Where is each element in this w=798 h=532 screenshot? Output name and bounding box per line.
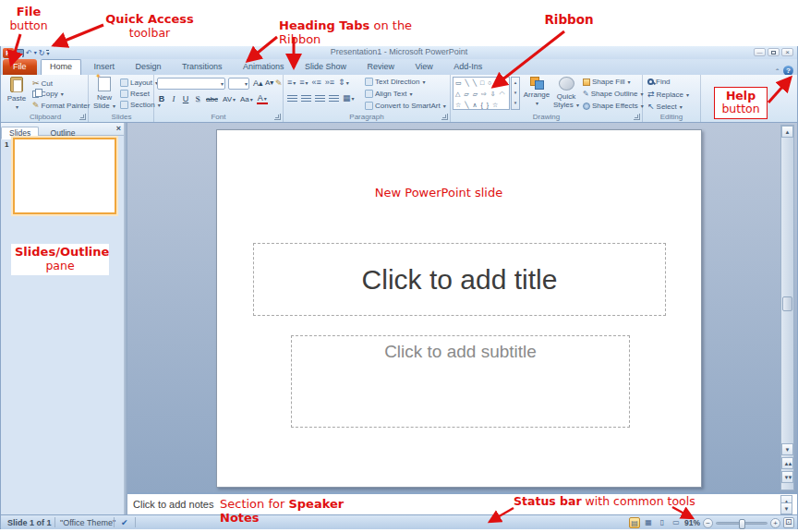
reading-view-icon[interactable]: ▯ <box>657 517 668 528</box>
align-center-icon[interactable] <box>301 95 311 103</box>
convert-smartart-button[interactable]: Convert to SmartArt <box>365 102 446 110</box>
line-spacing-icon[interactable]: ⇕ <box>338 79 349 87</box>
spell-check-icon[interactable] <box>121 517 128 528</box>
tab-add-ins[interactable]: Add-Ins <box>445 59 490 75</box>
justify-icon[interactable] <box>329 95 339 103</box>
character-spacing-button[interactable]: AV <box>222 95 236 103</box>
tab-animations[interactable]: Animations <box>235 59 293 75</box>
clipboard-dialog-launcher-icon[interactable] <box>79 114 86 120</box>
zoom-level[interactable]: 91% <box>684 518 700 527</box>
pane-close-icon[interactable]: × <box>116 124 121 133</box>
columns-icon[interactable]: ▦ <box>343 94 355 103</box>
bold-button[interactable]: B <box>157 94 166 103</box>
align-text-button[interactable]: Align Text <box>365 90 413 98</box>
zoom-slider-thumb[interactable] <box>739 519 745 529</box>
shape-outline-button[interactable]: Shape Outline <box>583 90 643 98</box>
layout-button[interactable]: Layout <box>120 79 158 87</box>
scroll-down-icon[interactable]: ▼ <box>781 443 793 455</box>
align-left-icon[interactable] <box>287 95 297 103</box>
scroll-up-icon[interactable]: ▲ <box>781 126 793 138</box>
arrange-button[interactable]: Arrange <box>523 77 550 107</box>
shapes-gallery[interactable]: ▭ ╲ ╲ □ ○ ▭△ ▱ ▱ ⇨ ⇩ ◠☆ ╲ ∧ { } ☆ <box>453 77 510 110</box>
clear-formatting-button[interactable] <box>275 79 283 88</box>
font-name-combo[interactable] <box>157 78 225 90</box>
zoom-in-icon[interactable]: + <box>770 518 780 528</box>
format-painter-icon <box>32 101 40 110</box>
zoom-slider[interactable] <box>716 522 768 525</box>
reset-button[interactable]: Reset <box>120 90 150 98</box>
normal-view-icon[interactable]: ▤ <box>629 517 640 528</box>
text-shadow-button[interactable]: S <box>193 94 202 103</box>
zoom-out-icon[interactable]: − <box>703 518 713 528</box>
numbering-icon[interactable]: ≡ <box>299 79 308 87</box>
font-dialog-launcher-icon[interactable] <box>274 114 281 120</box>
notes-placeholder[interactable]: Click to add notes <box>133 499 213 510</box>
tab-file[interactable]: File <box>3 59 37 75</box>
tab-design[interactable]: Design <box>127 59 169 75</box>
change-case-button[interactable]: Aa <box>239 95 254 103</box>
paragraph-dialog-launcher-icon[interactable] <box>441 114 448 120</box>
title-placeholder[interactable]: Click to add title <box>253 243 666 316</box>
align-right-icon[interactable] <box>315 95 325 103</box>
notes-scrollbar[interactable]: ▲ ▼ <box>780 495 794 514</box>
minimize-icon[interactable]: — <box>754 48 766 56</box>
fit-to-window-icon[interactable] <box>783 517 794 528</box>
quick-styles-button[interactable]: Quick Styles <box>552 77 580 109</box>
drawing-dialog-launcher-icon[interactable] <box>634 114 640 120</box>
shapes-gallery-scrollbar[interactable]: ▴▾▾ <box>511 77 520 110</box>
tab-review[interactable]: Review <box>358 59 403 75</box>
shape-fill-button[interactable]: Shape Fill <box>583 78 631 86</box>
pane-tab-bar: Slides Outline × <box>1 123 124 136</box>
tab-home[interactable]: Home <box>41 59 81 75</box>
slide-show-view-icon[interactable]: ▭ <box>671 517 682 528</box>
help-icon[interactable]: ? <box>783 66 793 76</box>
slide-thumbnail[interactable] <box>13 138 116 214</box>
select-button[interactable]: Select <box>647 102 683 111</box>
underline-button[interactable]: U <box>181 94 190 103</box>
previous-slide-icon[interactable]: ▲▲ <box>781 457 793 469</box>
strikethrough-button[interactable]: abc <box>205 95 219 103</box>
notes-scroll-down-icon[interactable]: ▼ <box>780 502 792 514</box>
find-button[interactable]: Find <box>647 78 671 86</box>
subtitle-placeholder[interactable]: Click to add subtitle <box>291 335 630 428</box>
cut-icon <box>32 79 40 88</box>
annotation-status-bold: Status bar <box>514 494 582 508</box>
decrease-indent-icon[interactable]: «≡ <box>312 79 321 87</box>
shape-effects-icon <box>583 103 590 110</box>
slide-canvas[interactable]: Click to add title Click to add subtitle <box>216 129 702 488</box>
find-icon <box>647 79 654 85</box>
vertical-scrollbar[interactable]: ▲ ▼ ▲▲ ▼▼ <box>780 125 794 490</box>
shape-fill-icon <box>583 79 590 86</box>
status-bar: Slide 1 of 1 "Office Theme" ▤ ▦ ▯ ▭ 91% … <box>1 514 797 529</box>
italic-button[interactable]: I <box>169 94 178 103</box>
font-color-button[interactable]: A <box>257 93 268 104</box>
grow-font-button[interactable]: A▴ <box>252 79 264 88</box>
scrollbar-thumb[interactable] <box>782 296 792 311</box>
tab-view[interactable]: View <box>406 59 441 75</box>
restore-icon[interactable] <box>768 48 780 56</box>
shape-effects-button[interactable]: Shape Effects <box>583 102 644 110</box>
format-painter-label: Format Painter <box>42 102 91 110</box>
shrink-font-button[interactable]: A▾ <box>264 79 274 87</box>
paste-button[interactable]: Paste <box>5 77 29 111</box>
copy-button[interactable]: Copy <box>32 90 64 98</box>
status-theme[interactable]: "Office Theme" <box>60 517 115 528</box>
tab-insert[interactable]: Insert <box>85 59 123 75</box>
new-slide-button[interactable]: New Slide <box>91 77 117 110</box>
status-separator <box>114 517 115 527</box>
paragraph-row-1: ≡ ≡ «≡ »≡ ⇕ <box>287 79 349 87</box>
tab-slide-show[interactable]: Slide Show <box>296 59 355 75</box>
bullets-icon[interactable]: ≡ <box>287 79 296 87</box>
text-direction-button[interactable]: Text Direction <box>365 78 425 86</box>
shape-effects-label: Shape Effects <box>592 102 638 110</box>
annotation-qat-line1: Quick Access <box>105 12 193 26</box>
slide-sorter-view-icon[interactable]: ▦ <box>643 517 654 528</box>
replace-button[interactable]: Replace <box>647 90 689 99</box>
font-size-combo[interactable] <box>228 78 249 90</box>
increase-indent-icon[interactable]: »≡ <box>325 79 334 87</box>
format-painter-button[interactable]: Format Painter <box>32 101 90 110</box>
next-slide-icon[interactable]: ▼▼ <box>781 471 793 483</box>
cut-button[interactable]: Cut <box>32 79 53 88</box>
close-icon[interactable]: × <box>781 48 793 56</box>
tab-transitions[interactable]: Transitions <box>174 59 231 75</box>
